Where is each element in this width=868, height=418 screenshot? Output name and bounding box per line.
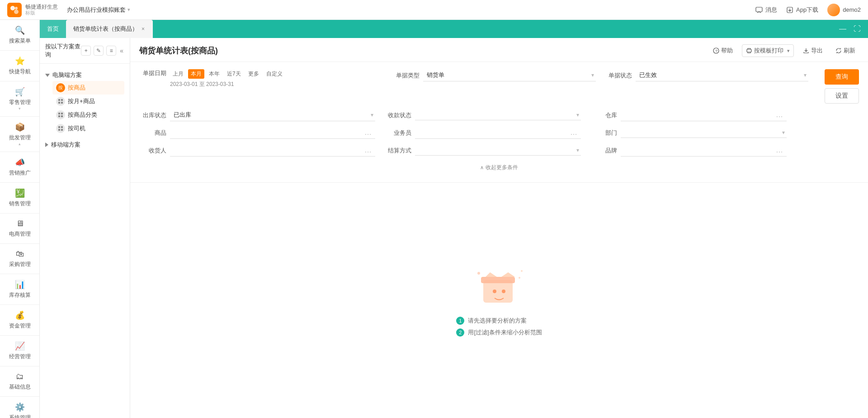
date-tab-custom[interactable]: 自定义 xyxy=(264,69,285,79)
edit-scheme-button[interactable]: ✎ xyxy=(94,46,104,56)
product-dots[interactable]: … xyxy=(363,128,373,137)
settings-scheme-button[interactable]: ≡ xyxy=(106,46,116,56)
refresh-button[interactable]: 刷新 xyxy=(832,45,859,57)
tab-active[interactable]: 销货单统计表（按商品） × xyxy=(66,20,153,38)
scheme-by-category[interactable]: 按商品分类 xyxy=(52,108,124,122)
product-input-wrapper: … xyxy=(170,127,375,139)
product-label: 商品 xyxy=(139,129,166,137)
receiver-dots[interactable]: … xyxy=(363,146,373,154)
desktop-schemes: 电脑端方案 按 按商品 按月+商品 xyxy=(40,67,130,137)
svg-rect-15 xyxy=(58,129,60,131)
type-selector[interactable]: 销货单 ▾ xyxy=(423,69,596,81)
sidebar: 🔍 搜索菜单 ⭐ 快捷导航 🛒 零售管理 ▾ 📦 批发管理 ▴ 📣 营销推广 💹… xyxy=(0,20,40,418)
date-tab-more[interactable]: 更多 xyxy=(245,69,262,79)
header-right: 消息 App下载 demo2 xyxy=(755,4,861,16)
sidebar-item-basic[interactable]: 🗂 基础信息 xyxy=(0,366,39,397)
sidebar-item-system[interactable]: ⚙️ 系统管理 xyxy=(0,397,39,418)
sidebar-item-sales[interactable]: 💹 销售管理 xyxy=(0,183,39,214)
tab-maximize-button[interactable]: ⛶ xyxy=(852,23,863,35)
page-actions: ? 帮助 按模板打印 ▾ 导出 xyxy=(709,44,859,57)
empty-tip-2: 2 用[过滤]条件来缩小分析范围 xyxy=(456,328,542,337)
status-selector[interactable]: 已生效 ▾ xyxy=(636,69,808,81)
print-button[interactable]: 按模板打印 ▾ xyxy=(742,44,794,57)
brand-dots[interactable]: … xyxy=(774,146,785,154)
tab-home[interactable]: 首页 xyxy=(40,20,66,38)
payment-arrow-icon: ▾ xyxy=(576,112,579,118)
settings-button[interactable]: 设置 xyxy=(825,88,859,104)
warehouse-dots[interactable]: … xyxy=(774,111,785,119)
svg-rect-12 xyxy=(61,115,63,117)
sidebar-item-purchase[interactable]: 🛍 采购管理 xyxy=(0,244,39,274)
sales-icon: 💹 xyxy=(15,188,25,198)
scheme-by-cashier[interactable]: 按司机 xyxy=(52,122,124,135)
dept-selector[interactable]: ▾ xyxy=(621,128,787,138)
date-tab-this-month[interactable]: 本月 xyxy=(188,69,204,79)
collapse-panel-button[interactable]: « xyxy=(119,46,124,55)
export-button[interactable]: 导出 xyxy=(799,45,826,57)
payment-selector[interactable]: ▾ xyxy=(415,110,581,120)
date-tab-this-year[interactable]: 本年 xyxy=(206,69,222,79)
date-value: 2023-03-01 至 2023-03-31 xyxy=(170,81,383,88)
product-input[interactable] xyxy=(174,129,363,136)
message-button[interactable]: 消息 xyxy=(755,6,777,14)
date-tab-7days[interactable]: 近7天 xyxy=(224,69,244,79)
star-icon: ⭐ xyxy=(15,56,25,66)
desktop-scheme-parent[interactable]: 电脑端方案 xyxy=(45,69,124,81)
sidebar-item-inventory[interactable]: 📊 库存核算 xyxy=(0,274,39,305)
scheme-icon-category xyxy=(56,110,65,119)
sidebar-item-finance[interactable]: 💰 资金管理 xyxy=(0,305,39,336)
top-header: 畅捷通好生意 标版 办公用品行业模拟账套 ▾ 消息 App下载 demo2 xyxy=(0,0,868,20)
payment-label: 收款状态 xyxy=(384,111,411,119)
settlement-selector[interactable]: ▾ xyxy=(415,145,581,156)
svg-rect-9 xyxy=(58,113,60,114)
staff-dots[interactable]: … xyxy=(568,128,579,137)
expand-icon xyxy=(45,74,50,77)
avatar xyxy=(827,4,840,16)
sidebar-item-search[interactable]: 🔍 搜索菜单 xyxy=(0,20,39,51)
help-button[interactable]: ? 帮助 xyxy=(709,45,736,57)
svg-rect-21 xyxy=(481,277,515,283)
main-layout: 🔍 搜索菜单 ⭐ 快捷导航 🛒 零售管理 ▾ 📦 批发管理 ▴ 📣 营销推广 💹… xyxy=(0,20,868,418)
stock-status-selector[interactable]: 已出库 ▾ xyxy=(170,109,375,121)
filter-form: 单据日期 上月 本月 本年 近7天 更多 自定义 20 xyxy=(130,62,868,183)
query-buttons: 查询 设置 xyxy=(825,69,859,104)
query-button[interactable]: 查询 xyxy=(825,69,859,85)
brand-input[interactable] xyxy=(624,147,774,154)
scheme-by-month-product[interactable]: 按月+商品 xyxy=(52,95,124,108)
operations-icon: 📈 xyxy=(15,341,25,351)
receiver-input[interactable] xyxy=(174,147,363,154)
staff-label: 业务员 xyxy=(384,129,411,137)
sidebar-item-quicknav[interactable]: ⭐ 快捷导航 xyxy=(0,51,39,81)
scheme-by-product[interactable]: 按 按商品 xyxy=(52,81,124,95)
sidebar-item-marketing[interactable]: 📣 营销推广 xyxy=(0,152,39,183)
date-tab-last-month[interactable]: 上月 xyxy=(170,69,186,79)
svg-point-22 xyxy=(493,290,496,293)
receiver-input-wrapper: … xyxy=(170,144,375,157)
staff-input[interactable] xyxy=(419,129,568,136)
tab-minimize-button[interactable]: — xyxy=(837,23,848,35)
sidebar-item-ecommerce[interactable]: 🖥 电商管理 xyxy=(0,214,39,244)
svg-rect-7 xyxy=(58,102,60,104)
sidebar-item-wholesale[interactable]: 📦 批发管理 ▴ xyxy=(0,117,39,152)
scheme-children: 按 按商品 按月+商品 xyxy=(45,81,124,135)
industry-selector[interactable]: 办公用品行业模拟账套 ▾ xyxy=(63,4,134,16)
dept-label: 部门 xyxy=(590,129,617,137)
app-download-button[interactable]: App下载 xyxy=(786,6,818,14)
tab-close-button[interactable]: × xyxy=(141,25,146,33)
collapse-conditions-button[interactable]: ∧ 收起更多条件 xyxy=(139,160,859,175)
sidebar-item-retail[interactable]: 🛒 零售管理 ▾ xyxy=(0,81,39,117)
mobile-scheme-parent[interactable]: 移动端方案 xyxy=(45,139,124,151)
content-area: 首页 销货单统计表（按商品） × — ⛶ 按以下方案查询 + ✎ ≡ xyxy=(40,20,868,418)
sidebar-item-operations[interactable]: 📈 经营管理 xyxy=(0,336,39,366)
user-menu[interactable]: demo2 xyxy=(827,4,861,16)
svg-text:?: ? xyxy=(715,49,717,53)
status-arrow-icon: ▾ xyxy=(804,72,807,78)
stock-status-label: 出库状态 xyxy=(139,111,166,119)
svg-rect-8 xyxy=(61,102,63,104)
search-icon: 🔍 xyxy=(15,25,25,35)
add-scheme-button[interactable]: + xyxy=(81,46,91,56)
receiver-label: 收货人 xyxy=(139,147,166,155)
warehouse-input[interactable] xyxy=(624,112,774,119)
empty-tips: 1 请先选择要分析的方案 2 用[过滤]条件来缩小分析范围 xyxy=(456,317,542,337)
warehouse-input-wrapper: … xyxy=(621,109,787,121)
